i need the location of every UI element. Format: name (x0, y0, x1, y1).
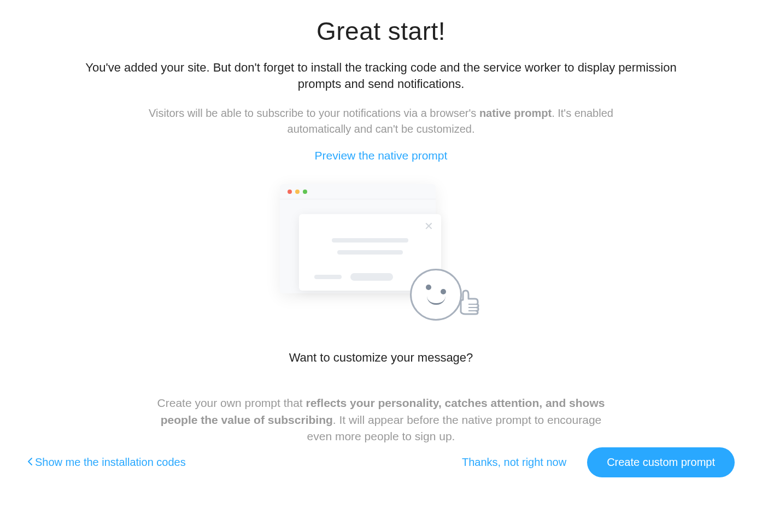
close-icon: ✕ (424, 221, 433, 232)
traffic-light-maximize-icon (303, 190, 307, 194)
customize-suffix: . It will appear before the native promp… (307, 413, 602, 442)
text-placeholder-line (337, 250, 403, 255)
info-bold: native prompt (479, 107, 552, 119)
skip-button[interactable]: Thanks, not right now (462, 456, 566, 469)
traffic-light-close-icon (288, 190, 292, 194)
info-prefix: Visitors will be able to subscribe to yo… (149, 107, 479, 119)
show-installation-codes-link[interactable]: Show me the installation codes (27, 456, 186, 469)
chevron-left-icon (27, 456, 33, 469)
customize-heading: Want to customize your message? (0, 351, 762, 365)
traffic-light-minimize-icon (295, 190, 300, 194)
customize-prefix: Create your own prompt that (157, 397, 306, 409)
prompt-illustration: ✕ (280, 184, 482, 321)
browser-header (280, 184, 436, 199)
smiley-thumbs-up-icon (410, 269, 479, 321)
button-placeholder (314, 275, 342, 279)
back-link-label: Show me the installation codes (35, 456, 186, 469)
native-prompt-info: Visitors will be able to subscribe to yo… (119, 105, 643, 137)
preview-native-prompt-link[interactable]: Preview the native prompt (315, 149, 448, 162)
page-subtitle: You've added your site. But don't forget… (80, 60, 682, 92)
page-title: Great start! (0, 16, 762, 46)
customize-description: Create your own prompt that reflects you… (154, 395, 608, 445)
button-placeholder (350, 273, 393, 281)
create-custom-prompt-button[interactable]: Create custom prompt (587, 447, 735, 477)
text-placeholder-line (332, 238, 408, 243)
